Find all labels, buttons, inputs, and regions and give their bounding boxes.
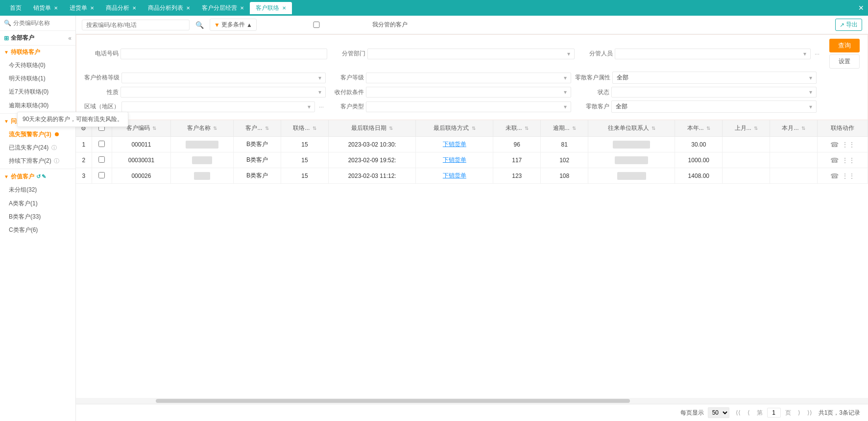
tooltip-problem: 90天未交易的客户，可能有流失风险。	[17, 112, 76, 127]
page-number-input[interactable]	[767, 408, 781, 418]
settings-button[interactable]: 设置	[829, 54, 860, 69]
close-analysis-icon[interactable]: ✕	[132, 5, 136, 11]
my-customers-checkbox[interactable]	[263, 22, 370, 28]
window-close-icon[interactable]: ✕	[858, 4, 864, 12]
filter-scatter-attr-select[interactable]: 全部 ▾	[612, 72, 817, 84]
nav-tab-purchase[interactable]: 进货单 ✕	[64, 2, 100, 14]
scatter-attr-arrow-icon: ▾	[809, 74, 812, 81]
action-more-icon[interactable]: ⋮⋮	[842, 141, 855, 149]
action-contact-icon[interactable]: ☎	[830, 156, 839, 164]
sidebar-item-b-class[interactable]: B类客户(33)	[0, 210, 75, 223]
query-button[interactable]: 查询	[829, 39, 860, 52]
filter-phone-input[interactable]	[121, 49, 327, 59]
filter-nature-select[interactable]: ▾	[121, 87, 326, 98]
table-thisyear-header[interactable]: 本年... ⇅	[675, 120, 723, 137]
next-page-btn[interactable]: ⟩	[796, 408, 803, 417]
row-lastmethod[interactable]: 下销货单	[416, 168, 493, 184]
last-page-btn[interactable]: ⟩⟩	[805, 408, 815, 417]
filter-status-select[interactable]: ▾	[611, 87, 817, 98]
arrow-pending-icon: ▼	[4, 50, 9, 55]
row-check[interactable]	[92, 152, 112, 168]
table-lastdate-header[interactable]: 最后联络日期 ⇅	[328, 120, 415, 137]
filter-cust-level-select[interactable]: ▾	[366, 73, 571, 83]
action-contact-icon[interactable]: ☎	[830, 172, 839, 180]
row-unitcontact: ██ ███...	[588, 152, 675, 168]
action-more-icon[interactable]: ⋮⋮	[842, 172, 855, 180]
filter-payment-select[interactable]: ▾	[366, 87, 571, 98]
table-thismonth-header[interactable]: 本月... ⇅	[770, 120, 818, 137]
nav-tab-analysis-list[interactable]: 商品分析列表 ✕	[142, 2, 196, 14]
first-page-btn[interactable]: ⟨⟨	[733, 408, 743, 417]
row-checkbox[interactable]	[98, 156, 105, 163]
sidebar-item-churn-warning[interactable]: 流失预警客户(3)	[0, 128, 75, 141]
my-customers-checkbox-label[interactable]: 我分管的客户	[263, 21, 408, 29]
customers-table: ⚙ 客户编码 ⇅ 客户名称 ⇅ 客户... ⇅	[76, 120, 868, 184]
sidebar-item-unclassified[interactable]: 未分组(32)	[0, 183, 75, 197]
filter-cust-type-select[interactable]: ▾	[366, 101, 571, 112]
table-name-header[interactable]: 客户名称 ⇅	[170, 120, 233, 137]
table-type-header[interactable]: 客户... ⇅	[234, 120, 281, 137]
filter-scatter-cust-select[interactable]: 全部 ▾	[611, 100, 817, 113]
prev-page-btn[interactable]: ⟨	[745, 408, 752, 417]
region-dots-btn[interactable]: ···	[317, 102, 326, 111]
row-checkbox[interactable]	[98, 172, 105, 178]
action-more-icon[interactable]: ⋮⋮	[842, 156, 855, 164]
table-unitcontact-header[interactable]: 往来单位联系人 ⇅	[588, 120, 675, 137]
close-customer-contact-icon[interactable]: ✕	[282, 5, 286, 11]
close-sales-icon[interactable]: ✕	[54, 5, 58, 11]
sidebar-item-churned[interactable]: 已流失客户(24) ⓘ	[0, 141, 75, 154]
row-lastmethod[interactable]: 下销货单	[416, 137, 493, 152]
per-page-select[interactable]: 50	[708, 407, 729, 418]
sidebar-search-input[interactable]	[13, 20, 76, 26]
filter-dept-label: 分管部门	[331, 50, 365, 58]
sidebar-item-overdue[interactable]: 逾期未联络(30)	[0, 99, 75, 112]
table-uncontact-header[interactable]: 未联... ⇅	[493, 120, 541, 137]
action-contact-icon[interactable]: ☎	[830, 141, 839, 149]
row-checkbox[interactable]	[98, 141, 105, 147]
row-check[interactable]	[92, 137, 112, 152]
nav-tab-analysis[interactable]: 商品分析 ✕	[100, 2, 142, 14]
table-overdue-header[interactable]: 逾期... ⇅	[541, 120, 588, 137]
row-check[interactable]	[92, 168, 112, 184]
nav-tab-home[interactable]: 首页	[4, 2, 27, 14]
sidebar-item-7days[interactable]: 近7天待联络(0)	[0, 85, 75, 99]
sidebar-item-a-class[interactable]: A类客户(1)	[0, 197, 75, 210]
nav-tab-customer-contact[interactable]: 客户联络 ✕	[250, 2, 292, 14]
search-btn-icon[interactable]: 🔍	[195, 21, 204, 29]
filter-dept-select[interactable]: ▾	[367, 49, 574, 59]
refresh-value-icon[interactable]: ↺	[36, 173, 41, 180]
filter-price-level-select[interactable]: ▾	[121, 73, 326, 83]
sidebar-all-customers[interactable]: ⊞ 全部客户 «	[0, 31, 75, 46]
filter-region-select[interactable]: ▾	[121, 101, 315, 112]
table-contact-header[interactable]: 联络... ⇅	[281, 120, 329, 137]
table-lastmethod-header[interactable]: 最后联络方式 ⇅	[416, 120, 493, 137]
close-purchase-icon[interactable]: ✕	[90, 5, 94, 11]
more-conditions-btn[interactable]: ▼ 更多条件 ▲	[210, 19, 257, 31]
horizontal-scrollbar[interactable]	[76, 398, 868, 404]
close-analysis-list-icon[interactable]: ✕	[186, 5, 190, 11]
row-lastmethod[interactable]: 下销货单	[416, 152, 493, 168]
sidebar-item-c-class[interactable]: C类客户(6)	[0, 223, 75, 237]
lastdate-sort-icon: ⇅	[389, 125, 393, 131]
manager-dots-btn[interactable]: ···	[813, 50, 821, 58]
row-thisyear: 1408.00	[675, 168, 723, 184]
row-overdue: 102	[541, 152, 588, 168]
sidebar-item-tomorrow[interactable]: 明天待联络(1)	[0, 72, 75, 85]
top-nav: 首页 销货单 ✕ 进货单 ✕ 商品分析 ✕ 商品分析列表 ✕ 客户分层经营 ✕ …	[0, 0, 868, 16]
filter-scatter-cust: 零散客户 全部 ▾	[575, 100, 817, 113]
sidebar-section-value[interactable]: ▼ 价值客户 ↺ ✎	[0, 170, 75, 183]
search-input[interactable]	[82, 20, 190, 30]
nav-tab-customer-layer[interactable]: 客户分层经营 ✕	[196, 2, 250, 14]
sidebar-item-today[interactable]: 今天待联络(0)	[0, 59, 75, 72]
filter-manager-select[interactable]: ▾	[615, 49, 811, 59]
close-customer-layer-icon[interactable]: ✕	[240, 5, 244, 11]
scroll-thumb[interactable]	[156, 399, 630, 403]
export-btn[interactable]: ↗ 导出	[835, 19, 862, 31]
nav-tab-sales[interactable]: 销货单 ✕	[27, 2, 64, 14]
edit-value-icon[interactable]: ✎	[42, 173, 46, 180]
row-no: 3	[76, 168, 92, 184]
sidebar-section-pending[interactable]: ▼ 待联络客户	[0, 46, 75, 59]
sidebar-item-declining[interactable]: 持续下滑客户(2) ⓘ	[0, 154, 75, 168]
table-lastmonth-header[interactable]: 上月... ⇅	[723, 120, 770, 137]
collapse-icon[interactable]: «	[68, 35, 72, 42]
